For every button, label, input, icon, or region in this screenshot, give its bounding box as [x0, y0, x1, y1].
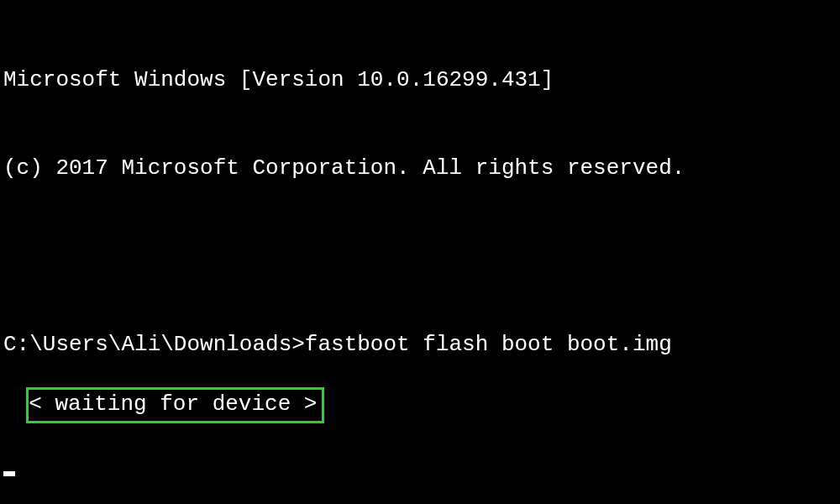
command-line: C:\Users\Ali\Downloads>fastboot flash bo… — [3, 330, 840, 360]
cursor-line — [3, 453, 840, 482]
copyright-line: (c) 2017 Microsoft Corporation. All righ… — [3, 154, 840, 183]
cursor — [3, 471, 15, 476]
waiting-status: < waiting for device > — [29, 391, 317, 417]
status-highlight: < waiting for device > — [26, 387, 324, 423]
blank-line — [3, 243, 840, 271]
command-text: fastboot flash boot boot.img — [305, 332, 672, 357]
version-line: Microsoft Windows [Version 10.0.16299.43… — [3, 66, 840, 95]
terminal-output[interactable]: Microsoft Windows [Version 10.0.16299.43… — [3, 7, 840, 504]
prompt-path: C:\Users\Ali\Downloads> — [3, 332, 305, 357]
